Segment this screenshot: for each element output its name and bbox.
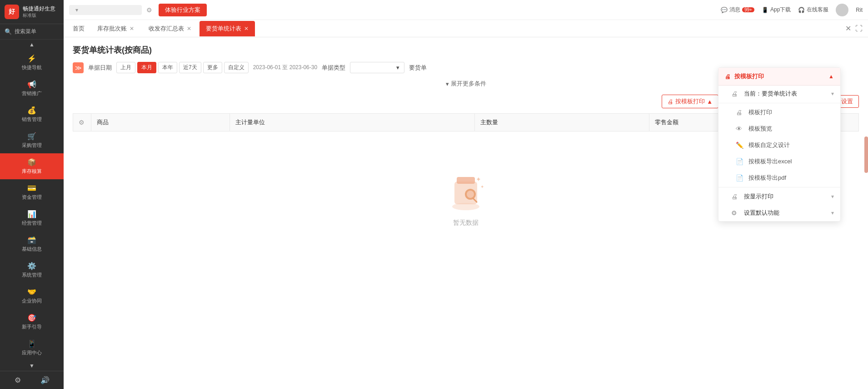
filter-this-year-btn[interactable]: 本年 bbox=[158, 62, 177, 73]
username: Rit bbox=[856, 7, 863, 13]
page-title: 要货单统计表(按商品) bbox=[73, 45, 859, 56]
export-pdf-icon: 📄 bbox=[736, 174, 744, 182]
current-template-label: 当前：要货单统计表 bbox=[744, 90, 797, 98]
sidebar-item-newguide[interactable]: 🎯 新手引导 bbox=[0, 309, 64, 335]
template-preview-icon: 👁 bbox=[736, 125, 744, 132]
dropdown-template-custom[interactable]: ✏️ 模板自定义设计 bbox=[718, 137, 840, 153]
finance-icon: 💳 bbox=[27, 184, 36, 192]
app-download-icon: 📱 bbox=[762, 7, 768, 13]
tab-receipt-summary[interactable]: 收发存汇总表 ✕ bbox=[142, 21, 198, 36]
scrollbar-handle[interactable] bbox=[864, 136, 868, 173]
svg-point-4 bbox=[467, 191, 474, 198]
footer-settings-icon[interactable]: ⚙ bbox=[15, 376, 21, 384]
dropdown-export-excel[interactable]: 📄 按模板导出excel bbox=[718, 153, 840, 170]
dropdown-title: 按模板打印 bbox=[734, 72, 764, 81]
filter-type-select[interactable]: ▾ bbox=[350, 62, 404, 73]
search-icon: 🔍 bbox=[5, 28, 12, 35]
empty-text: 暂无数据 bbox=[453, 219, 479, 227]
avatar[interactable] bbox=[836, 4, 848, 16]
logo-text: 畅捷通好生意 标准版 bbox=[23, 5, 55, 19]
enterprise-label: 企业协同 bbox=[22, 298, 42, 304]
filter-more-btn[interactable]: 更多 bbox=[203, 62, 222, 73]
tab-inventory-batch[interactable]: 库存批次账 ✕ bbox=[91, 21, 140, 36]
dropdown-display-print[interactable]: 🖨 按显示打印 ▾ bbox=[718, 188, 840, 205]
sidebar-scroll-down[interactable]: ▼ bbox=[0, 361, 64, 371]
template-print-icon: 🖨 bbox=[736, 109, 744, 116]
dropdown-header-left: 🖨 按模板打印 bbox=[725, 72, 764, 81]
window-close-btn[interactable]: ✕ bbox=[843, 24, 853, 33]
tab-order-statistics[interactable]: 要货单统计表 ✕ bbox=[200, 21, 255, 36]
sidebar-item-sales[interactable]: 💰 销售管理 bbox=[0, 101, 64, 127]
filter-last-month-btn[interactable]: 上月 bbox=[116, 62, 135, 73]
display-print-label: 按显示打印 bbox=[744, 192, 773, 201]
message-icon: 💬 bbox=[721, 7, 728, 13]
sidebar-item-shortcuts[interactable]: ⚡ 快捷导航 bbox=[0, 50, 64, 76]
header-search-bar[interactable]: ▾ bbox=[69, 5, 142, 15]
svg-text:✦: ✦ bbox=[480, 184, 484, 189]
print-template-btn[interactable]: 🖨 按模板打印 ▲ bbox=[662, 95, 718, 108]
filter-this-month-btn[interactable]: 本月 bbox=[137, 62, 156, 73]
export-pdf-label: 按模板导出pdf bbox=[748, 174, 786, 182]
finance-label: 资金管理 bbox=[22, 194, 42, 201]
sidebar-logo: 好 畅捷通好生意 标准版 bbox=[0, 0, 64, 24]
dropdown-set-default[interactable]: ⚙ 设置默认功能 ▾ bbox=[718, 205, 840, 221]
app-sub: 标准版 bbox=[23, 12, 55, 19]
col-quantity: 主数量 bbox=[475, 114, 649, 131]
app-download-btn[interactable]: 📱 App下载 bbox=[762, 6, 791, 14]
tab-home[interactable]: 首页 bbox=[68, 21, 89, 36]
dropdown-chevron-icon: ▲ bbox=[828, 73, 834, 80]
marketing-icon: 📢 bbox=[27, 80, 36, 89]
online-service-btn[interactable]: 🎧 在线客服 bbox=[798, 6, 828, 14]
set-default-left: ⚙ 设置默认功能 bbox=[731, 209, 779, 217]
filter-7days-btn[interactable]: 近7天 bbox=[179, 62, 201, 73]
sidebar-item-purchase[interactable]: 🛒 采购管理 bbox=[0, 127, 64, 153]
header-gear-icon[interactable]: ⚙ bbox=[146, 6, 152, 14]
template-print-label: 模板打印 bbox=[748, 108, 772, 116]
print-label: 按模板打印 bbox=[675, 97, 705, 106]
headset-icon: 🎧 bbox=[798, 7, 805, 13]
dropdown-template-print[interactable]: 🖨 模板打印 bbox=[718, 104, 840, 121]
trial-button[interactable]: 体验行业方案 bbox=[159, 4, 207, 16]
purchase-label: 采购管理 bbox=[22, 142, 42, 149]
base-label: 基础信息 bbox=[22, 246, 42, 253]
footer-sound-icon[interactable]: 🔊 bbox=[40, 376, 50, 384]
receipt-summary-label: 收发存汇总表 bbox=[149, 25, 184, 33]
appcenter-label: 应用中心 bbox=[22, 349, 42, 356]
date-range-text: 2023-06-01 至 2023-06-30 bbox=[253, 64, 317, 71]
sidebar-item-appcenter[interactable]: 📱 应用中心 bbox=[0, 335, 64, 361]
sidebar-item-base[interactable]: 🗃️ 基础信息 bbox=[0, 231, 64, 257]
window-maximize-btn[interactable]: ⛶ bbox=[854, 24, 863, 33]
empty-icon: ✦ ✦ bbox=[443, 168, 489, 213]
sidebar-item-enterprise[interactable]: 🤝 企业协同 bbox=[0, 283, 64, 309]
sidebar-item-system[interactable]: ⚙️ 系统管理 bbox=[0, 257, 64, 283]
message-btn[interactable]: 💬 消息 99+ bbox=[721, 6, 754, 14]
expand-chevron-icon: ▾ bbox=[446, 81, 449, 87]
tab-close-order-statistics[interactable]: ✕ bbox=[244, 26, 249, 31]
filter-expand-btn[interactable]: ≫ bbox=[73, 62, 84, 73]
sidebar-scroll-up[interactable]: ▲ bbox=[0, 40, 64, 50]
message-label: 消息 bbox=[729, 6, 740, 14]
appcenter-icon: 📱 bbox=[27, 339, 36, 348]
sidebar-item-operations[interactable]: 📊 经营管理 bbox=[0, 205, 64, 231]
dropdown-template-preview[interactable]: 👁 模板预览 bbox=[718, 121, 840, 137]
sidebar-item-inventory[interactable]: 📦 库存核算 bbox=[0, 153, 64, 179]
dropdown-export-pdf[interactable]: 📄 按模板导出pdf bbox=[718, 170, 840, 186]
select-chevron-icon: ▾ bbox=[396, 64, 399, 71]
table-settings-icon[interactable]: ⚙ bbox=[79, 119, 85, 126]
search-chevron-icon: ▾ bbox=[75, 7, 78, 13]
inventory-icon: 📦 bbox=[27, 158, 36, 167]
tab-close-receipt-summary[interactable]: ✕ bbox=[187, 26, 191, 31]
sidebar-search[interactable]: 🔍 搜索菜单 bbox=[0, 24, 64, 40]
order-statistics-label: 要货单统计表 bbox=[206, 25, 241, 33]
tab-close-inventory-batch[interactable]: ✕ bbox=[130, 26, 134, 31]
sidebar-item-marketing[interactable]: 📢 营销推广 bbox=[0, 76, 64, 101]
home-label: 首页 bbox=[73, 25, 85, 33]
filter-date-label: 单据日期 bbox=[88, 64, 112, 72]
filter-custom-btn[interactable]: 自定义 bbox=[224, 62, 249, 73]
dropdown-header[interactable]: 🖨 按模板打印 ▲ bbox=[718, 68, 840, 86]
sidebar-item-finance[interactable]: 💳 资金管理 bbox=[0, 179, 64, 205]
expand-more-label: 展开更多条件 bbox=[451, 80, 486, 88]
shortcuts-icon: ⚡ bbox=[27, 54, 36, 63]
filter-type-label: 单据类型 bbox=[322, 64, 345, 72]
dropdown-current-template[interactable]: 🖨 当前：要货单统计表 ▾ bbox=[718, 86, 840, 102]
